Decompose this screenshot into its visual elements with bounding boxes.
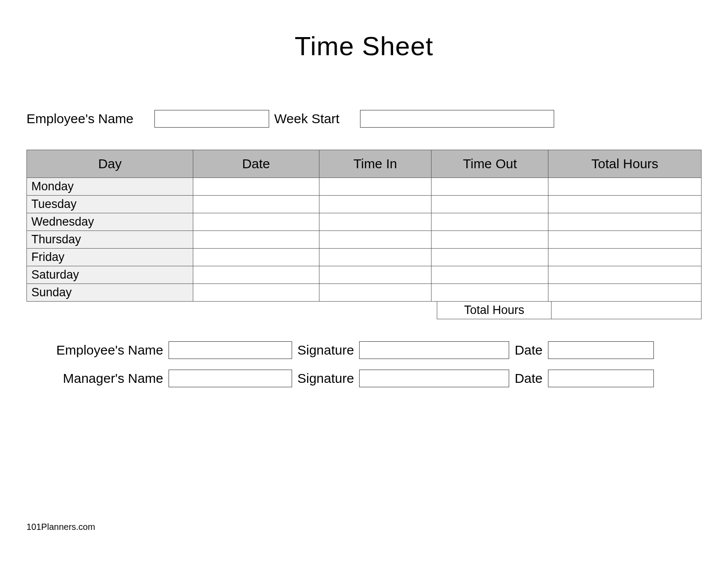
date-cell[interactable] [193, 249, 319, 266]
signature-section: Employee's Name Signature Date Manager's… [26, 341, 702, 387]
total-cell[interactable] [548, 266, 702, 284]
time-in-cell[interactable] [319, 284, 432, 302]
manager-signature-label: Signature [297, 371, 354, 386]
time-out-cell[interactable] [432, 213, 548, 231]
time-in-cell[interactable] [319, 231, 432, 249]
table-row: Sunday [27, 284, 702, 302]
time-in-cell[interactable] [319, 178, 432, 196]
employee-signature-label: Signature [297, 343, 354, 358]
employee-date-input[interactable] [548, 341, 654, 359]
table-row: Friday [27, 249, 702, 266]
time-out-cell[interactable] [432, 231, 548, 249]
total-cell[interactable] [548, 196, 702, 213]
week-start-label: Week Start [274, 111, 340, 126]
table-row: Thursday [27, 231, 702, 249]
time-out-cell[interactable] [432, 196, 548, 213]
employee-name-label-2: Employee's Name [26, 343, 163, 358]
total-cell[interactable] [548, 231, 702, 249]
day-cell: Sunday [27, 284, 193, 302]
time-in-cell[interactable] [319, 196, 432, 213]
total-cell[interactable] [548, 249, 702, 266]
date-cell[interactable] [193, 213, 319, 231]
manager-signature-input[interactable] [359, 370, 509, 387]
employee-name-input[interactable] [154, 110, 269, 128]
week-start-input[interactable] [360, 110, 554, 128]
manager-signature-row: Manager's Name Signature Date [26, 370, 702, 387]
day-cell: Wednesday [27, 213, 193, 231]
day-cell: Tuesday [27, 196, 193, 213]
day-cell: Thursday [27, 231, 193, 249]
table-row: Wednesday [27, 213, 702, 231]
table-row: Tuesday [27, 196, 702, 213]
employee-name-label: Employee's Name [26, 111, 134, 126]
day-cell: Saturday [27, 266, 193, 284]
day-cell: Monday [27, 178, 193, 196]
footer-brand: 101Planners.com [26, 522, 95, 532]
employee-signature-input[interactable] [359, 341, 509, 359]
col-header-time-in: Time In [319, 150, 432, 178]
date-cell[interactable] [193, 178, 319, 196]
time-in-cell[interactable] [319, 266, 432, 284]
time-out-cell[interactable] [432, 249, 548, 266]
total-cell[interactable] [548, 178, 702, 196]
time-out-cell[interactable] [432, 266, 548, 284]
time-out-cell[interactable] [432, 178, 548, 196]
employee-date-label: Date [514, 343, 542, 358]
col-header-total-hours: Total Hours [548, 150, 702, 178]
date-cell[interactable] [193, 196, 319, 213]
time-in-cell[interactable] [319, 213, 432, 231]
col-header-day: Day [27, 150, 193, 178]
table-row: Monday [27, 178, 702, 196]
table-row: Saturday [27, 266, 702, 284]
date-cell[interactable] [193, 284, 319, 302]
total-cell[interactable] [548, 284, 702, 302]
employee-name-sign-input[interactable] [169, 341, 292, 359]
manager-name-label: Manager's Name [26, 371, 163, 386]
manager-name-input[interactable] [169, 370, 292, 387]
time-in-cell[interactable] [319, 249, 432, 266]
manager-date-input[interactable] [548, 370, 654, 387]
date-cell[interactable] [193, 231, 319, 249]
totals-row: Total Hours [26, 302, 702, 319]
total-hours-value[interactable] [552, 302, 702, 319]
day-cell: Friday [27, 249, 193, 266]
page-title: Time Sheet [26, 31, 702, 61]
employee-signature-row: Employee's Name Signature Date [26, 341, 702, 359]
header-row: Employee's Name Week Start [26, 110, 702, 128]
col-header-time-out: Time Out [432, 150, 548, 178]
col-header-date: Date [193, 150, 319, 178]
total-hours-label: Total Hours [437, 302, 552, 319]
total-cell[interactable] [548, 213, 702, 231]
manager-date-label: Date [514, 371, 542, 386]
time-out-cell[interactable] [432, 284, 548, 302]
date-cell[interactable] [193, 266, 319, 284]
timesheet-table: Day Date Time In Time Out Total Hours Mo… [26, 150, 702, 302]
